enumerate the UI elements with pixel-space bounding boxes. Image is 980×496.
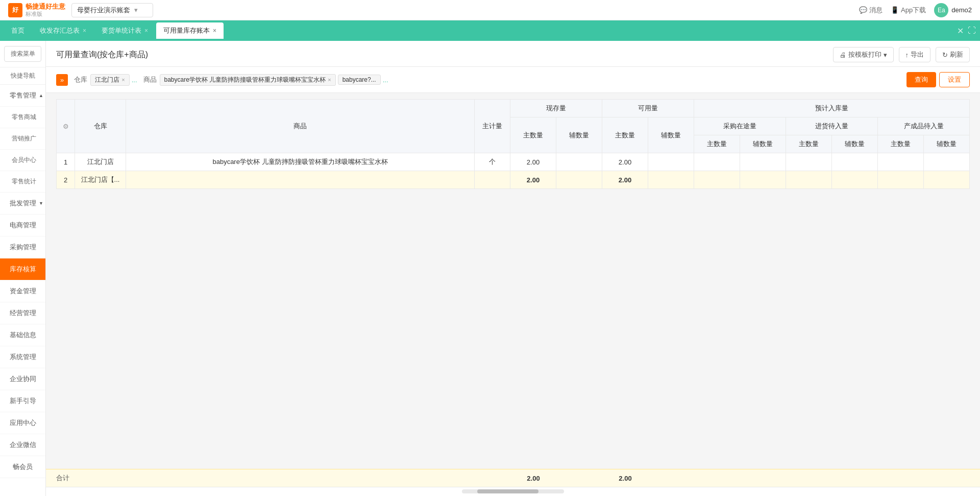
- cell-incoming-aux: [832, 171, 878, 189]
- main-layout: 搜索菜单 快捷导航 零售管理 零售商城 营销推广 会员中心 零售统计 批发管理 …: [0, 41, 980, 496]
- page-actions: 🖨 按模板打印 ▾ ↑ 导出 ↻ 刷新: [833, 47, 970, 62]
- tab-available-stock[interactable]: 可用量库存账本 ×: [156, 22, 224, 39]
- th-purchase-main: 主数量: [694, 135, 740, 153]
- sidebar-item-corp-wechat[interactable]: 企业微信: [0, 434, 45, 456]
- sidebar-item-finance[interactable]: 资金管理: [0, 280, 45, 302]
- product-tag-text: babycare?...: [342, 76, 376, 83]
- product-filter-tags: babycare学饮杯 儿童防摔防撞吸管杯重力球吸嘴杯宝宝水杯 × babyca…: [160, 74, 388, 86]
- table-row: 2 江北门店【... 2.00 2.00: [57, 171, 970, 189]
- product-tag-2[interactable]: babycare?...: [338, 75, 381, 85]
- cell-production-main: [878, 171, 924, 189]
- product-filter-more[interactable]: ...: [383, 76, 388, 84]
- data-table: ⚙ 仓库 商品 主计量 现存量 可用量 预计入库量 主数量 辅数量 主数量 辅数…: [56, 99, 970, 189]
- export-label: 导出: [911, 50, 924, 59]
- table-row: 1 江北门店 babycare学饮杯 儿童防摔防撞吸管杯重力球吸嘴杯宝宝水杯 个…: [57, 153, 970, 171]
- th-production-aux: 辅数量: [924, 135, 970, 153]
- message-btn[interactable]: 💬 消息: [859, 6, 883, 15]
- warehouse-filter-label: 仓库: [74, 75, 87, 84]
- sidebar-item-marketing[interactable]: 营销推广: [0, 128, 45, 150]
- th-planned-group: 预计入库量: [694, 100, 970, 117]
- sidebar-item-enterprise[interactable]: 企业协同: [0, 368, 45, 390]
- settings-btn[interactable]: 设置: [939, 72, 970, 87]
- cell-purchase-aux: [740, 171, 786, 189]
- th-production-main: 主数量: [878, 135, 924, 153]
- th-purchase-sub: 采购在途量: [694, 117, 786, 135]
- th-warehouse: 仓库: [75, 100, 126, 153]
- warehouse-tag[interactable]: 江北门店 ×: [90, 74, 129, 86]
- query-btn[interactable]: 查询: [906, 72, 936, 87]
- sidebar-item-retail-stats[interactable]: 零售统计: [0, 171, 45, 193]
- export-icon: ↑: [905, 51, 909, 59]
- app-download-label: App下载: [901, 6, 926, 15]
- cell-unit: [475, 171, 510, 189]
- sidebar-item-ecommerce[interactable]: 电商管理: [0, 215, 45, 237]
- warehouse-filter-group: 仓库 江北门店 × ...: [74, 74, 137, 86]
- search-menu-btn[interactable]: 搜索菜单: [4, 46, 41, 62]
- th-purchase-aux: 辅数量: [740, 135, 786, 153]
- table-settings-icon[interactable]: ⚙: [63, 123, 69, 130]
- th-incoming-aux: 辅数量: [832, 135, 878, 153]
- expand-icon[interactable]: ⛶: [968, 26, 976, 35]
- print-btn[interactable]: 🖨 按模板打印 ▾: [833, 47, 894, 62]
- tenant-selector[interactable]: 母婴行业演示账套 ▾: [71, 3, 153, 17]
- filter-expand-btn[interactable]: »: [56, 74, 68, 86]
- tab-receive-summary[interactable]: 收发存汇总表 ×: [33, 22, 93, 39]
- sidebar-search-area: 搜索菜单: [0, 41, 45, 67]
- cell-warehouse: 江北门店: [75, 153, 126, 171]
- th-available-group: 可用量: [602, 100, 694, 117]
- product-tag-text: babycare学饮杯 儿童防摔防撞吸管杯重力球吸嘴杯宝宝水杯: [164, 76, 326, 84]
- sidebar-item-retail-mall[interactable]: 零售商城: [0, 107, 45, 128]
- sidebar-item-retail[interactable]: 零售管理: [0, 85, 45, 107]
- sidebar-item-member[interactable]: 会员中心: [0, 150, 45, 171]
- th-available-main: 主数量: [602, 117, 648, 153]
- user-area[interactable]: Ea demo2: [934, 3, 972, 17]
- sidebar-item-basics[interactable]: 基础信息: [0, 324, 45, 346]
- app-icon: 📱: [891, 6, 899, 14]
- cell-stock-main: 2.00: [510, 153, 556, 171]
- cell-incoming-aux: [832, 153, 878, 171]
- footer-available-main: 2.00: [602, 475, 648, 482]
- sidebar-item-quick-nav[interactable]: 快捷导航: [0, 67, 45, 85]
- scrollbar-track[interactable]: [462, 489, 564, 493]
- footer-bar: 合计 2.00 2.00: [46, 469, 980, 487]
- tab-close-icon[interactable]: ×: [83, 27, 86, 34]
- app-download-btn[interactable]: 📱 App下载: [891, 6, 926, 15]
- refresh-btn[interactable]: ↻ 刷新: [936, 47, 970, 62]
- tab-home[interactable]: 首页: [4, 22, 32, 39]
- print-icon: 🖨: [840, 51, 846, 59]
- th-incoming-main: 主数量: [786, 135, 832, 153]
- sidebar-item-inventory[interactable]: 库存核算: [0, 258, 45, 280]
- warehouse-filter-more[interactable]: ...: [132, 76, 137, 84]
- th-available-aux: 辅数量: [648, 117, 694, 153]
- sidebar-item-wholesale[interactable]: 批发管理: [0, 193, 45, 215]
- sidebar-item-purchase[interactable]: 采购管理: [0, 237, 45, 258]
- th-production-sub: 产成品待入量: [878, 117, 970, 135]
- close-window-icon[interactable]: ✕: [957, 26, 964, 36]
- sidebar-item-operations[interactable]: 经营管理: [0, 302, 45, 324]
- sidebar-item-app-center[interactable]: 应用中心: [0, 412, 45, 434]
- cell-purchase-aux: [740, 153, 786, 171]
- sidebar-item-vip-member[interactable]: 畅会员: [0, 456, 45, 478]
- tab-close-icon[interactable]: ×: [144, 27, 148, 34]
- export-btn[interactable]: ↑ 导出: [899, 47, 931, 62]
- refresh-icon: ↻: [942, 51, 948, 59]
- scrollbar-area[interactable]: [46, 487, 980, 496]
- cell-stock-aux: [556, 171, 602, 189]
- home-label: 首页: [11, 26, 24, 35]
- warehouse-tag-close-icon[interactable]: ×: [121, 77, 125, 83]
- cell-production-aux: [924, 171, 970, 189]
- page-header: 可用量查询(按仓库+商品) 🖨 按模板打印 ▾ ↑ 导出 ↻ 刷新: [46, 41, 980, 67]
- tab-close-icon[interactable]: ×: [213, 27, 216, 34]
- warehouse-filter-tags: 江北门店 × ...: [90, 74, 137, 86]
- top-bar: 好 畅捷通好生意 标准版 母婴行业演示账套 ▾ 💬 消息 📱 App下载 Ea …: [0, 0, 980, 20]
- product-tag-1[interactable]: babycare学饮杯 儿童防摔防撞吸管杯重力球吸嘴杯宝宝水杯 ×: [160, 74, 336, 86]
- sidebar-item-newbie[interactable]: 新手引导: [0, 390, 45, 412]
- tab-order-stats[interactable]: 要货单统计表 ×: [94, 22, 155, 39]
- cell-incoming-main: [786, 171, 832, 189]
- chevron-down-icon: ▾: [134, 6, 138, 14]
- scrollbar-thumb[interactable]: [477, 489, 538, 493]
- sidebar-item-system[interactable]: 系统管理: [0, 346, 45, 368]
- cell-production-aux: [924, 153, 970, 171]
- top-bar-left: 好 畅捷通好生意 标准版 母婴行业演示账套 ▾: [8, 3, 153, 17]
- product-tag-close-icon[interactable]: ×: [328, 77, 331, 83]
